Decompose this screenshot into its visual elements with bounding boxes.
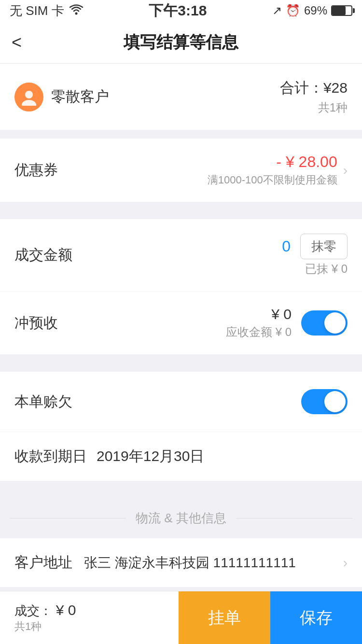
coupon-right: - ¥ 28.00 满1000-100不限制使用金额 › (208, 153, 348, 187)
status-time: 下午3:18 (149, 1, 207, 21)
coupon-row[interactable]: 优惠券 - ¥ 28.00 满1000-100不限制使用金额 › (0, 139, 362, 202)
prereceive-row: 冲预收 ¥ 0 应收金额 ¥ 0 (0, 292, 362, 354)
total-amount: 合计：¥28 (280, 78, 348, 98)
transaction-section: 成交金额 0 抹零 已抹 ¥ 0 冲预收 ¥ 0 应收金额 ¥ 0 (0, 219, 362, 354)
deal-label: 成交： (14, 603, 52, 618)
transaction-label: 成交金额 (14, 245, 72, 265)
page-title: 填写结算等信息 (124, 31, 238, 54)
logistics-divider: 物流 & 其他信息 (0, 498, 362, 538)
avatar (14, 83, 43, 112)
transaction-value-area: 0 抹零 已抹 ¥ 0 (72, 234, 348, 277)
transaction-row: 成交金额 0 抹零 已抹 ¥ 0 (0, 219, 362, 292)
battery-percent: 69% (304, 4, 327, 17)
back-button[interactable]: < (12, 32, 22, 53)
status-right: ↗ ⏰ 69% (272, 4, 352, 17)
wifi-icon (69, 3, 84, 18)
status-bar: 无 SIM 卡 下午3:18 ↗ ⏰ 69% (0, 0, 362, 21)
round-button[interactable]: 抹零 (300, 234, 348, 259)
divider-line-right (236, 518, 352, 518)
coupon-label: 优惠券 (14, 160, 58, 180)
divider-1 (0, 210, 362, 219)
due-date-value: 2019年12月30日 (97, 447, 204, 466)
customer-name: 零散客户 (51, 87, 109, 107)
coupon-discount: - ¥ 28.00 (276, 153, 337, 171)
coupon-desc: 满1000-100不限制使用金额 (208, 173, 337, 187)
alarm-icon: ⏰ (286, 4, 300, 17)
divider-2 (0, 363, 362, 372)
customer-section: 零散客户 合计：¥28 共1种 (0, 64, 362, 130)
address-label: 客户地址 (14, 553, 72, 573)
coupon-section[interactable]: 优惠券 - ¥ 28.00 满1000-100不限制使用金额 › (0, 139, 362, 202)
save-button[interactable]: 保存 (270, 591, 362, 644)
nav-bar: < 填写结算等信息 (0, 21, 362, 64)
due-date-row: 收款到期日 2019年12月30日 (0, 432, 362, 481)
prereceive-sub-amount: 应收金额 ¥ 0 (226, 324, 292, 340)
divider-line-left (10, 518, 126, 518)
due-date-label: 收款到期日 (14, 447, 87, 466)
transaction-right: 0 抹零 (282, 234, 348, 259)
customer-left: 零散客户 (14, 83, 109, 112)
debt-row: 本单赊欠 (0, 372, 362, 432)
address-chevron-icon: › (343, 555, 348, 571)
svg-point-2 (22, 100, 36, 106)
transaction-sub-note: 已抹 ¥ 0 (305, 261, 348, 277)
debt-toggle[interactable] (301, 389, 348, 414)
divider-3 (0, 490, 362, 498)
debt-section: 本单赊欠 收款到期日 2019年12月30日 (0, 372, 362, 481)
content: 零散客户 合计：¥28 共1种 优惠券 - ¥ 28.00 满1000-100不… (0, 64, 362, 644)
deal-amount: ¥ 0 (56, 602, 76, 618)
coupon-value-area: - ¥ 28.00 满1000-100不限制使用金额 (208, 153, 337, 187)
coupon-chevron-icon: › (343, 163, 348, 178)
svg-point-0 (75, 12, 77, 14)
status-left: 无 SIM 卡 (10, 2, 84, 19)
prereceive-main-amount: ¥ 0 (226, 306, 292, 322)
total-count: 共1种 (280, 100, 348, 115)
prereceive-right: ¥ 0 应收金额 ¥ 0 (226, 306, 348, 340)
bottom-deal-row: 成交： ¥ 0 (14, 602, 164, 619)
prereceive-toggle[interactable] (301, 310, 348, 336)
battery-icon (331, 5, 352, 16)
bottom-summary: 成交： ¥ 0 共1种 (0, 602, 179, 634)
toggle-knob (324, 312, 346, 334)
prereceive-amount: ¥ 0 应收金额 ¥ 0 (226, 306, 292, 340)
transaction-value: 0 (282, 238, 291, 255)
customer-total: 合计：¥28 共1种 (280, 78, 348, 115)
svg-point-1 (25, 91, 33, 98)
address-row[interactable]: 客户地址 张三 海淀永丰科技园 11111111111 › (0, 538, 362, 587)
deal-count: 共1种 (14, 619, 164, 634)
address-value: 张三 海淀永丰科技园 11111111111 (84, 554, 337, 572)
location-icon: ↗ (272, 4, 282, 17)
bottom-bar: 成交： ¥ 0 共1种 挂单 保存 (0, 591, 362, 644)
carrier-text: 无 SIM 卡 (10, 2, 64, 19)
address-section[interactable]: 客户地址 张三 海淀永丰科技园 11111111111 › (0, 538, 362, 587)
logistics-text: 物流 & 其他信息 (136, 510, 226, 527)
suspend-button[interactable]: 挂单 (179, 591, 270, 644)
customer-row: 零散客户 合计：¥28 共1种 (0, 64, 362, 130)
debt-toggle-knob (324, 391, 346, 412)
debt-label: 本单赊欠 (14, 392, 72, 412)
prereceive-label: 冲预收 (14, 313, 58, 333)
